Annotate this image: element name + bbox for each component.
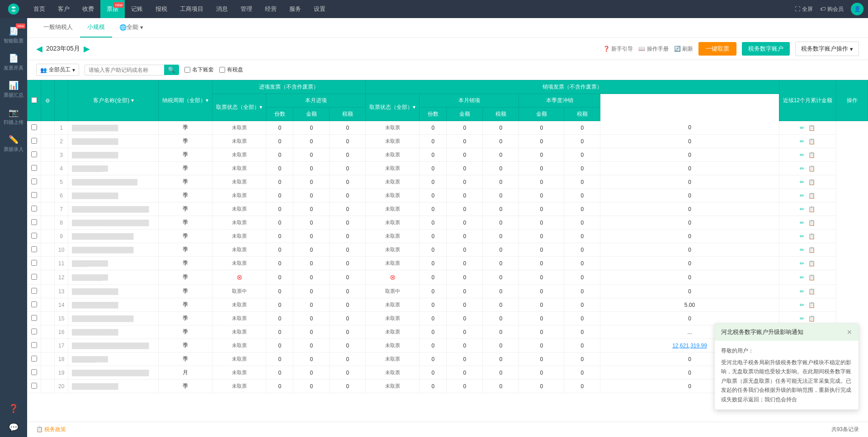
sidebar-item-summary[interactable]: 📊 票据汇总 — [0, 76, 27, 103]
edit-icon[interactable]: ✏ — [800, 247, 804, 253]
period-prev-arrow[interactable]: ◀ — [36, 44, 42, 54]
edit-icon[interactable]: ✏ — [800, 165, 804, 172]
nav-account[interactable]: 记账 — [125, 0, 149, 18]
has-tax-input[interactable] — [219, 67, 225, 73]
edit-icon[interactable]: ✏ — [800, 179, 804, 185]
copy-icon[interactable]: 📋 — [808, 220, 815, 226]
row-checkbox[interactable] — [31, 151, 37, 157]
row-checkbox[interactable] — [31, 315, 37, 321]
row-checkbox[interactable] — [31, 383, 37, 389]
tab-all[interactable]: 🌐 全能 ▾ — [112, 18, 151, 38]
row-checkbox[interactable] — [31, 356, 37, 362]
edit-icon[interactable]: ✏ — [800, 220, 804, 226]
digital-ops-button[interactable]: 税务数字账户操作 ▾ — [795, 42, 859, 56]
row-checkbox[interactable] — [31, 329, 37, 334]
row-checkbox[interactable] — [31, 138, 37, 144]
manual-link[interactable]: 📖 操作手册 — [638, 45, 668, 53]
one-click-button[interactable]: 一键取票 — [698, 42, 736, 56]
period-next-arrow[interactable]: ▶ — [84, 44, 90, 54]
row-checkbox[interactable] — [31, 219, 37, 225]
edit-icon[interactable]: ✏ — [800, 274, 804, 281]
out-status-icon[interactable]: ▾ — [413, 104, 415, 110]
has-tax-checkbox[interactable]: 有税盘 — [219, 66, 243, 74]
nav-manage[interactable]: 管理 — [234, 0, 259, 18]
nav-client[interactable]: 客户 — [52, 0, 76, 18]
nav-message[interactable]: 消息 — [210, 0, 234, 18]
edit-icon[interactable]: ✏ — [800, 233, 804, 240]
row-checkbox[interactable] — [31, 288, 37, 294]
copy-icon[interactable]: 📋 — [808, 193, 815, 199]
sidebar-item-feedback[interactable]: 💬 — [0, 418, 27, 437]
copy-icon[interactable]: 📋 — [808, 125, 815, 131]
my-account-input[interactable] — [184, 67, 190, 73]
edit-icon[interactable]: ✏ — [800, 315, 804, 322]
copy-icon[interactable]: 📋 — [808, 165, 815, 172]
row-checkbox[interactable] — [31, 124, 37, 130]
copy-icon[interactable]: 📋 — [808, 233, 815, 240]
edit-icon[interactable]: ✏ — [800, 302, 804, 308]
copy-icon[interactable]: 📋 — [808, 206, 815, 212]
row-checkbox[interactable] — [31, 274, 37, 280]
tab-small[interactable]: 小规模 — [80, 18, 112, 38]
new-guide-link[interactable]: ❓ 新手引导 — [603, 45, 633, 53]
row-checkbox[interactable] — [31, 165, 37, 171]
copy-icon[interactable]: 📋 — [808, 247, 815, 253]
edit-icon[interactable]: ✏ — [800, 125, 804, 131]
sidebar-item-help[interactable]: ❓ — [0, 399, 27, 418]
row-checkbox[interactable] — [31, 301, 37, 307]
td-cumulative: 0 — [600, 121, 779, 135]
policy-link[interactable]: 📋 税务政策 — [36, 426, 66, 433]
sidebar-item-smart-ticket[interactable]: new 🧾 智能取票 — [0, 22, 27, 49]
notification-close[interactable]: ✕ — [847, 329, 852, 336]
edit-icon[interactable]: ✏ — [800, 288, 804, 295]
edit-icon[interactable]: ✏ — [800, 193, 804, 199]
employee-select[interactable]: 👥 全部员工 ▾ — [36, 64, 79, 76]
filter-icon[interactable]: ▾ — [131, 97, 134, 103]
search-input[interactable] — [85, 65, 166, 75]
row-checkbox[interactable] — [31, 369, 37, 375]
search-button[interactable]: 🔍 — [164, 65, 179, 75]
copy-icon[interactable]: 📋 — [808, 274, 815, 281]
settings-icon[interactable]: ⚙ — [45, 98, 50, 104]
fullscreen-button[interactable]: ⛶ 全屏 — [795, 5, 813, 13]
my-account-checkbox[interactable]: 名下账套 — [184, 66, 214, 74]
period-filter-icon[interactable]: ▾ — [206, 97, 208, 103]
copy-icon[interactable]: 📋 — [808, 138, 815, 145]
row-checkbox[interactable] — [31, 233, 37, 239]
nav-settings[interactable]: 设置 — [307, 0, 332, 18]
nav-invoice[interactable]: 票据new — [100, 0, 125, 18]
row-checkbox[interactable] — [31, 246, 37, 252]
digital-account-button[interactable]: 税务数字账户 — [742, 42, 790, 56]
nav-tax[interactable]: 报税 — [149, 0, 174, 18]
row-checkbox[interactable] — [31, 192, 37, 198]
copy-icon[interactable]: 📋 — [808, 152, 815, 158]
row-checkbox[interactable] — [31, 179, 37, 184]
nav-home[interactable]: 首页 — [27, 0, 52, 18]
copy-icon[interactable]: 📋 — [808, 302, 815, 308]
in-status-icon[interactable]: ▾ — [259, 104, 262, 110]
avatar[interactable]: 👤 — [851, 3, 863, 15]
nav-service[interactable]: 服务 — [283, 0, 307, 18]
member-button[interactable]: 🏷 购会员 — [820, 5, 844, 13]
select-all-checkbox[interactable] — [31, 97, 37, 103]
refresh-link[interactable]: 🔄 刷新 — [674, 45, 693, 53]
row-checkbox[interactable] — [31, 342, 37, 348]
tab-general[interactable]: 一般纳税人 — [36, 18, 80, 38]
copy-icon[interactable]: 📋 — [808, 315, 815, 322]
copy-icon[interactable]: 📋 — [808, 288, 815, 295]
copy-icon[interactable]: 📋 — [808, 179, 815, 185]
edit-icon[interactable]: ✏ — [800, 206, 804, 212]
sidebar-item-entry[interactable]: ✏️ 票据录入 — [0, 130, 27, 157]
sidebar-item-invoice-open[interactable]: 📄 发票开具 — [0, 49, 27, 76]
row-checkbox[interactable] — [31, 206, 37, 211]
sidebar-item-scan[interactable]: 📷 扫描上传 — [0, 103, 27, 130]
edit-icon[interactable]: ✏ — [800, 260, 804, 267]
nav-operation[interactable]: 经营 — [259, 0, 283, 18]
copy-icon[interactable]: 📋 — [808, 260, 815, 267]
nav-biz[interactable]: 工商项目 — [174, 0, 210, 18]
app-logo[interactable] — [5, 0, 23, 18]
edit-icon[interactable]: ✏ — [800, 138, 804, 145]
row-checkbox[interactable] — [31, 260, 37, 266]
nav-billing[interactable]: 收费 — [76, 0, 100, 18]
edit-icon[interactable]: ✏ — [800, 152, 804, 158]
